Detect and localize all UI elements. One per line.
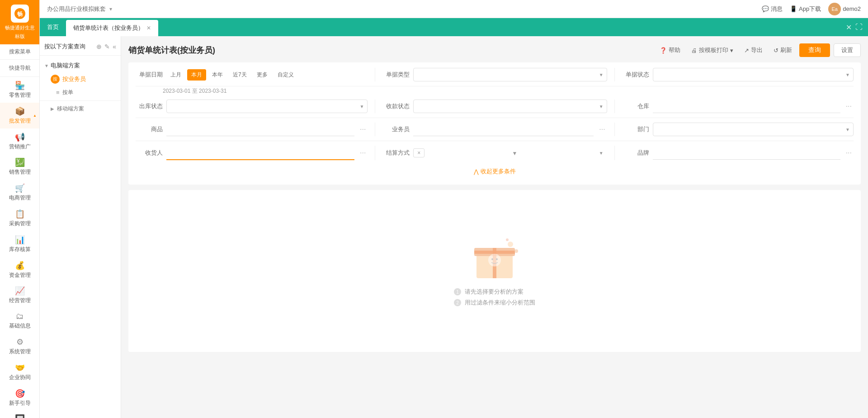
plan-group-mobile-label: 移动端方案: [57, 105, 84, 113]
sidebar-item-ecom[interactable]: 🛒 电商管理: [0, 180, 39, 205]
filter-date-custom[interactable]: 自定义: [274, 69, 298, 81]
filter-settle-method-tag: ×: [413, 148, 425, 157]
plan-section: ▼ 电脑端方案 按 按业务员 ≡ 按单 ▶ 移: [40, 57, 121, 117]
filter-area: 单据日期 上月 本月 本年 近7天 更多 自定义 单据类型: [128, 62, 861, 185]
filter-doc-type-select[interactable]: [413, 68, 607, 81]
plan-item-salesperson[interactable]: 按 按业务员: [40, 72, 121, 86]
plan-sub-item-order[interactable]: ≡ 按单: [40, 86, 121, 99]
tip2-num: 2: [454, 299, 461, 306]
tab-sales-report[interactable]: 销货单统计表（按业务员） ✕: [66, 20, 158, 36]
sidebar-item-system-label: 系统管理: [9, 348, 31, 356]
page-title: 销货单统计表(按业务员): [128, 45, 215, 56]
topbar-dropdown-icon[interactable]: ▾: [109, 6, 112, 12]
plan-sub-order-icon: ≡: [56, 89, 60, 96]
refresh-button[interactable]: ↺ 刷新: [770, 44, 796, 56]
tabbar: 首页 销货单统计表（按业务员） ✕ ✕ ⛶: [40, 18, 868, 36]
plan-group-mobile-header[interactable]: ▶ 移动端方案: [40, 103, 121, 115]
sidebar-item-enterprise[interactable]: 🤝 企业协同: [0, 359, 39, 385]
help-button[interactable]: ❓ 帮助: [656, 44, 684, 56]
sidebar-item-newbie[interactable]: 🎯 新手引导: [0, 385, 39, 411]
filter-settle-method-tag-close[interactable]: ×: [417, 150, 420, 156]
sidebar-item-apps[interactable]: 🔲 应用中心: [0, 410, 39, 418]
sidebar-quick-nav[interactable]: 快捷导航: [0, 60, 39, 77]
empty-state-tip1: 1 请先选择要分析的方案: [454, 288, 535, 296]
sidebar-search-label[interactable]: 搜索菜单: [9, 48, 31, 56]
sidebar-item-marketing[interactable]: 📢 营销推广: [0, 128, 39, 154]
svg-point-11: [496, 258, 498, 260]
filter-brand-dots[interactable]: ···: [844, 149, 854, 157]
svg-text:畅: 畅: [17, 11, 23, 17]
tab-expand-icon[interactable]: ⛶: [855, 23, 863, 31]
sidebar-item-inventory[interactable]: 📊 库存核算: [0, 231, 39, 257]
filter-doc-status-wrapper: [653, 68, 854, 81]
sidebar-item-basic[interactable]: 🗂 基础信息: [0, 308, 39, 333]
filter-recipient-input-wrapper: [166, 146, 354, 160]
collapse-arrow-icon: ⋀: [474, 168, 479, 175]
filter-recipient-input[interactable]: [166, 146, 354, 159]
sidebar-search[interactable]: 搜索菜单: [0, 44, 39, 60]
sidebar-item-sales-label: 销售管理: [9, 168, 31, 176]
retail-icon: 🏪: [15, 81, 25, 90]
filter-warehouse-label: 仓库: [622, 102, 649, 110]
tip1-num: 1: [454, 288, 461, 295]
filter-warehouse-input[interactable]: [653, 100, 840, 113]
filter-salesperson-dots[interactable]: ···: [597, 125, 607, 133]
filter-warehouse-dots[interactable]: ···: [844, 102, 854, 110]
filter-out-status-cell: 出库状态: [136, 100, 375, 113]
filter-salesperson-input[interactable]: [413, 123, 594, 136]
tab-close-all-icon[interactable]: ✕: [846, 23, 852, 32]
export-button[interactable]: ↗ 导出: [741, 44, 766, 56]
filter-salesperson-input-wrapper: [413, 123, 594, 136]
filter-date-range: 2023-03-01 至 2023-03-31: [163, 88, 226, 94]
filter-goods-label: 商品: [136, 125, 163, 133]
sidebar-logo[interactable]: 畅 畅捷通好生意 标版: [0, 0, 39, 44]
filter-goods-input[interactable]: [166, 123, 354, 136]
sidebar-item-finance[interactable]: 💰 资金管理: [0, 257, 39, 283]
tab-close-icon[interactable]: ✕: [146, 25, 151, 31]
right-content: 销货单统计表(按业务员) ❓ 帮助 🖨 按模板打印 ▾ ↗ 导出: [121, 36, 868, 418]
plan-group-desktop-header[interactable]: ▼ 电脑端方案: [40, 59, 121, 72]
app-download-button[interactable]: 📱 App下载: [790, 5, 821, 13]
filter-brand-input[interactable]: [653, 146, 840, 160]
sidebar-item-operation[interactable]: 📈 经营管理: [0, 282, 39, 308]
filter-settle-method-cell: 结算方式 × ▼: [375, 146, 614, 160]
sidebar-quick-nav-label[interactable]: 快捷导航: [9, 62, 31, 74]
tip1-text: 请先选择要分析的方案: [465, 288, 524, 296]
add-plan-icon[interactable]: ⊕: [96, 43, 102, 50]
filter-doc-status-select[interactable]: [653, 68, 854, 81]
filter-receipt-status-select[interactable]: [413, 100, 607, 113]
collapse-button[interactable]: ⋀ 收起更多条件: [136, 164, 854, 179]
template-print-label: 按模板打印: [699, 46, 728, 54]
sidebar-item-sales[interactable]: 💹 销售管理: [0, 154, 39, 180]
message-button[interactable]: 💬 消息: [762, 5, 783, 13]
filter-date-this-month[interactable]: 本月: [187, 69, 206, 81]
filter-recipient-dots[interactable]: ···: [358, 149, 368, 157]
filter-goods-dots[interactable]: ···: [358, 125, 368, 133]
sidebar-item-purchase[interactable]: 📋 采购管理: [0, 205, 39, 231]
filter-dept-cell: 部门: [614, 123, 854, 136]
user-menu-button[interactable]: Ea demo2: [828, 3, 861, 15]
sidebar-item-purchase-label: 采购管理: [9, 220, 31, 228]
filter-date-last-month[interactable]: 上月: [166, 69, 185, 81]
plan-sub-order-label: 按单: [62, 89, 73, 96]
filter-out-status-select[interactable]: [166, 100, 368, 113]
query-button[interactable]: 查询: [799, 43, 830, 57]
sidebar-item-wholesale[interactable]: 📦 批发管理: [0, 103, 39, 128]
sidebar-item-system[interactable]: ⚙ 系统管理: [0, 333, 39, 359]
filter-date-this-year[interactable]: 本年: [208, 69, 227, 81]
sidebar-item-retail[interactable]: 🏪 零售管理: [0, 77, 39, 103]
svg-point-10: [491, 258, 493, 260]
help-label: 帮助: [669, 46, 680, 54]
template-print-button[interactable]: 🖨 按模板打印 ▾: [688, 44, 737, 56]
filter-date-7days[interactable]: 近7天: [229, 69, 251, 81]
edit-plan-icon[interactable]: ✎: [104, 43, 110, 50]
filter-date-more[interactable]: 更多: [253, 69, 272, 81]
export-label: 导出: [751, 46, 763, 54]
tab-home[interactable]: 首页: [40, 18, 66, 36]
help-icon: ❓: [660, 47, 667, 54]
setting-button[interactable]: 设置: [834, 43, 861, 57]
plan-group-mobile: ▶ 移动端方案: [40, 103, 121, 115]
filter-dept-select[interactable]: [653, 123, 854, 136]
sidebar-item-operation-label: 经营管理: [9, 297, 31, 304]
collapse-panel-icon[interactable]: «: [113, 43, 116, 50]
